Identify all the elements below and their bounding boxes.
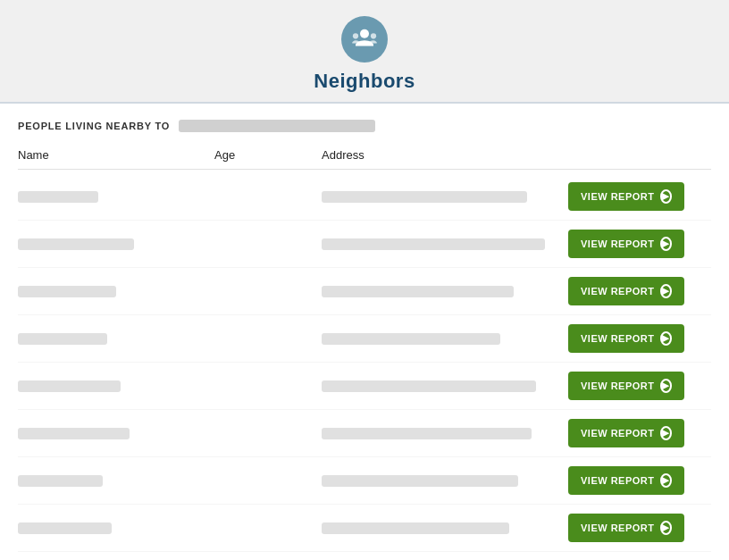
svg-point-0 xyxy=(360,29,369,38)
view-report-button[interactable]: VIEW REPORT ▶ xyxy=(568,182,684,211)
view-report-button[interactable]: VIEW REPORT ▶ xyxy=(568,372,684,400)
name-blur xyxy=(18,428,130,439)
chevron-right-icon: ▶ xyxy=(660,379,672,393)
address-blur xyxy=(322,475,518,487)
name-blur xyxy=(18,333,107,345)
col-header-address: Address xyxy=(322,148,568,162)
table-row: VIEW REPORT ▶ xyxy=(18,315,711,363)
address-blur xyxy=(322,191,527,203)
chevron-right-icon: ▶ xyxy=(660,284,672,298)
main-content: PEOPLE LIVING NEARBY TO Name Age Address… xyxy=(0,102,729,560)
address-blur xyxy=(322,286,514,297)
col-header-name: Name xyxy=(18,148,214,162)
name-blur xyxy=(18,475,103,487)
table-row: VIEW REPORT ▶ xyxy=(18,410,711,457)
name-blur xyxy=(18,238,134,250)
table-row: VIEW REPORT ▶ xyxy=(18,505,711,552)
view-report-button[interactable]: VIEW REPORT ▶ xyxy=(568,419,684,447)
page-title: Neighbors xyxy=(314,70,415,93)
table-row: VIEW REPORT ▶ xyxy=(18,268,711,315)
svg-point-1 xyxy=(371,33,376,38)
table-row: VIEW REPORT ▶ xyxy=(18,363,711,410)
table-header: Name Age Address xyxy=(18,145,711,170)
view-report-button[interactable]: VIEW REPORT ▶ xyxy=(568,230,684,258)
name-blur xyxy=(18,380,121,392)
view-report-button[interactable]: VIEW REPORT ▶ xyxy=(568,277,684,305)
address-blur xyxy=(322,333,500,345)
svg-point-2 xyxy=(353,33,358,38)
address-blur xyxy=(322,522,509,534)
table-row: VIEW REPORT ▶ xyxy=(18,221,711,268)
address-blur xyxy=(322,238,545,250)
blurred-name-bar xyxy=(179,120,375,132)
chevron-right-icon: ▶ xyxy=(660,473,672,488)
chevron-right-icon: ▶ xyxy=(660,189,672,204)
address-blur xyxy=(322,428,532,439)
page-header: Neighbors xyxy=(0,0,729,102)
address-blur xyxy=(322,380,536,392)
name-blur xyxy=(18,286,116,297)
name-blur xyxy=(18,522,112,534)
view-report-button[interactable]: VIEW REPORT ▶ xyxy=(568,514,684,542)
view-report-button[interactable]: VIEW REPORT ▶ xyxy=(568,324,684,353)
chevron-right-icon: ▶ xyxy=(660,426,672,440)
chevron-right-icon: ▶ xyxy=(660,237,672,251)
col-header-age: Age xyxy=(214,148,322,162)
section-label: PEOPLE LIVING NEARBY TO xyxy=(18,120,711,132)
name-blur xyxy=(18,191,98,203)
col-header-action xyxy=(568,148,711,162)
table-row: VIEW REPORT ▶ xyxy=(18,173,711,221)
view-report-button[interactable]: VIEW REPORT ▶ xyxy=(568,466,684,495)
chevron-right-icon: ▶ xyxy=(660,521,672,535)
chevron-right-icon: ▶ xyxy=(660,331,672,346)
table-row: VIEW REPORT ▶ xyxy=(18,457,711,505)
neighbors-icon xyxy=(341,16,388,63)
